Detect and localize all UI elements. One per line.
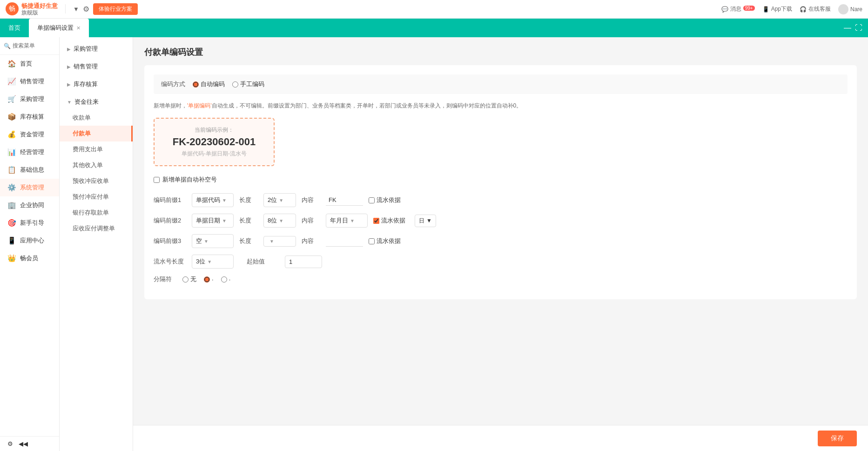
sidebar-item-guide[interactable]: 🎯 新手引导	[0, 214, 59, 232]
separator-dot-char: ·	[229, 276, 231, 283]
sidebar-item-enterprise[interactable]: 🏢 企业协同	[0, 196, 59, 214]
settings-icon[interactable]: ⚙	[83, 5, 89, 13]
app-icon: 📱	[762, 6, 769, 13]
try-btn[interactable]: 体验行业方案	[93, 3, 138, 15]
sub-item-other-income[interactable]: 其他收入单	[60, 157, 133, 173]
content2-label: 内容	[302, 216, 320, 225]
content: 付款单编码设置 编码方式 自动编码 手工编码	[133, 37, 868, 425]
tab-encode-settings[interactable]: 单据编码设置 ✕	[29, 19, 89, 37]
serial-depend1-checkbox[interactable]	[369, 197, 375, 203]
radio-auto-input[interactable]	[193, 81, 199, 88]
sub-item-pre-collect[interactable]: 预收冲应收单	[60, 173, 133, 189]
separator-dash[interactable]: ·	[204, 276, 214, 283]
separator-none[interactable]: 无	[182, 275, 196, 283]
sub-group-funds: ▼ 资金往来 收款单 付款单 费用支出单 其他收入单 预收冲应收单 预付冲应付单…	[60, 94, 133, 236]
autofill-checkbox[interactable]	[154, 177, 160, 183]
save-button[interactable]: 保存	[818, 431, 857, 446]
chevron-down-icon-6: ▼	[426, 217, 432, 224]
start-value-input[interactable]	[285, 256, 322, 268]
form-row-prefix1: 编码前缀1 单据代码 ▼ 长度 2位 ▼ 内容 流水依据	[154, 193, 848, 207]
code-preview: 当前编码示例： FK-20230602-001 单据代码-单据日期-流水号	[154, 118, 275, 166]
sub-item-payment[interactable]: 付款单	[60, 126, 133, 141]
minimize-icon[interactable]: —	[844, 24, 851, 32]
encode-method-row: 编码方式 自动编码 手工编码	[154, 74, 848, 94]
chevron-down-icon-3: ▼	[222, 218, 227, 223]
maximize-icon[interactable]: ⛶	[855, 24, 862, 32]
message-badge: 99+	[743, 6, 755, 11]
chevron-down-icon-4: ▼	[279, 218, 283, 223]
prefix2-label: 编码前缀2	[154, 216, 186, 225]
serial-depend3-checkbox[interactable]	[369, 238, 375, 244]
sidebar-item-system[interactable]: ⚙️ 系统管理	[0, 179, 59, 196]
sub-group-title-funds[interactable]: ▼ 资金往来	[60, 94, 133, 110]
sidebar-item-home[interactable]: 🏠 首页	[0, 55, 59, 73]
arrow-right-icon: ▶	[67, 47, 71, 52]
sub-item-adjustment[interactable]: 应收应付调整单	[60, 221, 133, 236]
serial-depend1[interactable]: 流水依据	[369, 196, 401, 204]
length1-select[interactable]: 2位 ▼	[263, 193, 296, 207]
radio-group-encode: 自动编码 手工编码	[193, 80, 264, 88]
content1-input[interactable]	[326, 195, 363, 206]
sidebar-item-inventory[interactable]: 📦 库存核算	[0, 108, 59, 126]
serial-depend3[interactable]: 流水依据	[369, 237, 401, 245]
content3-input[interactable]	[326, 236, 363, 247]
separator-dash-input[interactable]	[204, 276, 210, 283]
sidebar-item-operation[interactable]: 📊 经营管理	[0, 143, 59, 161]
sub-item-expense[interactable]: 费用支出单	[60, 141, 133, 157]
autofill-row: 新增单据自动补空号	[154, 175, 848, 184]
preview-label: 当前编码示例：	[164, 126, 264, 134]
app-download-item[interactable]: 📱 App下载	[762, 5, 792, 13]
online-service-item[interactable]: 🎧 在线客服	[800, 5, 831, 13]
topbar-right: 💬 消息 99+ 📱 App下载 🎧 在线客服 Nare	[721, 4, 862, 14]
member-icon: 👑	[7, 254, 16, 263]
collapse-icon[interactable]: ◀◀	[19, 440, 28, 447]
sub-item-pre-pay[interactable]: 预付冲应付单	[60, 189, 133, 205]
sidebar-item-basic[interactable]: 📋 基础信息	[0, 161, 59, 179]
length3-select[interactable]: ▼	[263, 236, 296, 247]
sub-group-title-inventory[interactable]: ▶ 库存核算	[60, 76, 133, 92]
prefix1-label: 编码前缀1	[154, 196, 186, 204]
home-icon: 🏠	[7, 60, 16, 68]
user-item[interactable]: Nare	[838, 4, 862, 14]
sidebar-item-sales[interactable]: 📈 销售管理	[0, 73, 59, 90]
length2-select[interactable]: 8位 ▼	[263, 214, 296, 228]
sub-group-inventory: ▶ 库存核算	[60, 76, 133, 92]
sidebar-search[interactable]: 🔍 搜索菜单	[0, 37, 59, 55]
prefix2-select[interactable]: 单据日期 ▼	[192, 214, 234, 228]
serial-length-select[interactable]: 3位 ▼	[192, 255, 234, 269]
serial-depend2[interactable]: 流水依据	[373, 216, 405, 225]
tab-home[interactable]: 首页	[0, 19, 29, 37]
tab-close-icon[interactable]: ✕	[76, 25, 81, 31]
separator-dot[interactable]: ·	[221, 276, 231, 283]
sidebar-item-apps[interactable]: 📱 应用中心	[0, 232, 59, 249]
prefix3-select[interactable]: 空 ▼	[192, 234, 234, 248]
serial-length-row: 流水号长度 3位 ▼ 起始值	[154, 255, 848, 269]
arrow-right-icon-2: ▶	[67, 64, 71, 69]
content-wrapper: 付款单编码设置 编码方式 自动编码 手工编码	[133, 37, 868, 451]
radio-manual[interactable]: 手工编码	[232, 80, 264, 88]
day-select[interactable]: 日 ▼	[415, 215, 436, 227]
prefix1-select[interactable]: 单据代码 ▼	[192, 193, 234, 207]
radio-auto[interactable]: 自动编码	[193, 80, 225, 88]
sub-item-bank-deposit[interactable]: 银行存取款单	[60, 205, 133, 221]
sub-item-receipt[interactable]: 收款单	[60, 110, 133, 126]
sidebar-item-finance[interactable]: 💰 资金管理	[0, 126, 59, 143]
serial-depend2-checkbox[interactable]	[373, 218, 379, 224]
arrow-down-icon: ▼	[67, 100, 72, 105]
settings-bottom-icon[interactable]: ⚙	[7, 440, 13, 447]
sidebar-item-member[interactable]: 👑 畅会员	[0, 249, 59, 267]
separator-radio-group: 无 · ·	[182, 275, 230, 283]
content2-select[interactable]: 年月日 ▼	[326, 214, 368, 228]
separator-dot-input[interactable]	[221, 276, 227, 283]
separator-none-input[interactable]	[182, 276, 188, 283]
sidebar-item-purchase[interactable]: 🛒 采购管理	[0, 90, 59, 108]
radio-manual-input[interactable]	[232, 81, 238, 88]
nav-dropdown[interactable]: ▼	[73, 6, 79, 13]
sub-group-title-sales[interactable]: ▶ 销售管理	[60, 59, 133, 74]
apps-icon: 📱	[7, 236, 16, 245]
message-item[interactable]: 💬 消息 99+	[721, 5, 755, 13]
page-title: 付款单编码设置	[144, 47, 857, 58]
bottom-bar: 保存	[133, 425, 868, 451]
sub-group-title-purchase[interactable]: ▶ 采购管理	[60, 41, 133, 57]
chevron-down-icon: ▼	[222, 198, 227, 203]
